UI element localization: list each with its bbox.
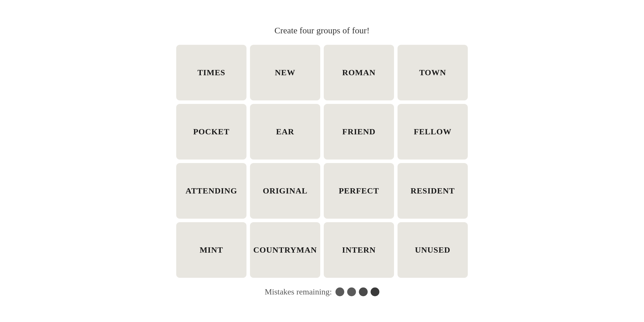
mistakes-label: Mistakes remaining: (265, 287, 332, 297)
tile-original-label: ORIGINAL (261, 184, 310, 198)
tile-attending-label: ATTENDING (183, 184, 240, 198)
tile-attending[interactable]: ATTENDING (176, 163, 246, 219)
tile-new-label: NEW (273, 66, 298, 80)
word-grid: TIMESNEWROMANTOWNPOCKETEARFRIENDFELLOWAT… (176, 45, 468, 278)
mistake-dot-4 (371, 287, 379, 296)
tile-ear-label: EAR (274, 125, 297, 139)
tile-perfect-label: PERFECT (336, 184, 381, 198)
tile-mint[interactable]: MINT (176, 222, 246, 278)
tile-unused-label: UNUSED (412, 243, 453, 257)
mistake-dot-2 (347, 287, 356, 296)
tile-ear[interactable]: EAR (250, 104, 320, 160)
tile-roman[interactable]: ROMAN (324, 45, 394, 100)
tile-resident-label: RESIDENT (408, 184, 457, 198)
tile-countryman[interactable]: COUNTRYMAN (250, 222, 320, 278)
tile-town[interactable]: TOWN (398, 45, 468, 100)
tile-friend-label: FRIEND (340, 125, 378, 139)
mistake-dot-1 (335, 287, 344, 296)
tile-fellow-label: FELLOW (412, 125, 454, 139)
tile-pocket[interactable]: POCKET (176, 104, 246, 160)
tile-countryman-label: COUNTRYMAN (251, 243, 319, 257)
tile-intern[interactable]: INTERN (324, 222, 394, 278)
tile-roman-label: ROMAN (340, 66, 378, 80)
tile-unused[interactable]: UNUSED (398, 222, 468, 278)
tile-mint-label: MINT (197, 243, 225, 257)
tile-times-label: TIMES (195, 66, 227, 80)
tile-original[interactable]: ORIGINAL (250, 163, 320, 219)
tile-pocket-label: POCKET (191, 125, 232, 139)
tile-perfect[interactable]: PERFECT (324, 163, 394, 219)
tile-fellow[interactable]: FELLOW (398, 104, 468, 160)
mistakes-dots (335, 287, 379, 296)
tile-town-label: TOWN (417, 66, 448, 80)
tile-times[interactable]: TIMES (176, 45, 246, 100)
mistake-dot-3 (359, 287, 368, 296)
instruction-text: Create four groups of four! (275, 25, 370, 35)
tile-resident[interactable]: RESIDENT (398, 163, 468, 219)
tile-friend[interactable]: FRIEND (324, 104, 394, 160)
mistakes-row: Mistakes remaining: (265, 287, 379, 297)
tile-intern-label: INTERN (340, 243, 378, 257)
tile-new[interactable]: NEW (250, 45, 320, 100)
game-container: Create four groups of four! TIMESNEWROMA… (176, 25, 468, 297)
